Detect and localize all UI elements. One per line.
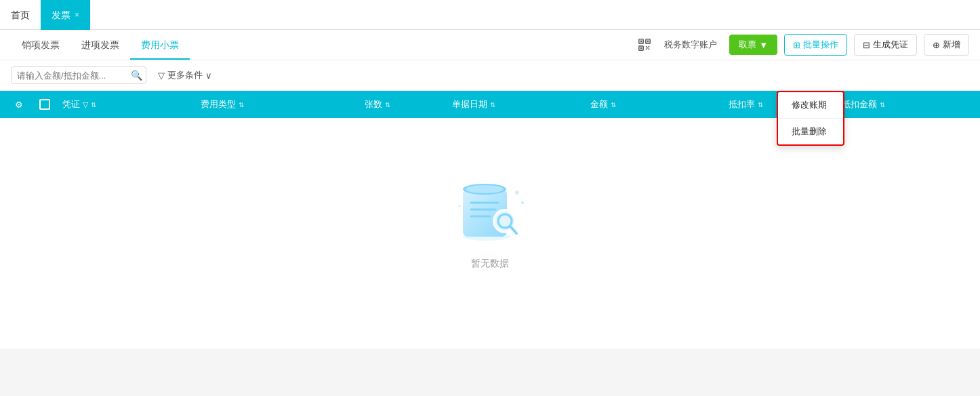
take-invoice-button[interactable]: 取票 ▼ [729, 35, 777, 55]
th-deduct-rate-label: 抵扣率 [729, 98, 755, 111]
batch-op-wrapper: ⊞ 批量操作 [784, 34, 847, 56]
filter-button[interactable]: ▽ 更多条件 ∨ [152, 66, 218, 85]
add-label: 新增 [943, 39, 960, 51]
svg-rect-11 [647, 47, 649, 49]
amount-sort-icon[interactable]: ⇅ [611, 101, 616, 108]
batch-op-label: 批量操作 [803, 39, 838, 51]
chevron-down-icon: ∨ [205, 71, 212, 81]
right-toolbar: 税务数字账户 取票 ▼ ⊞ 批量操作 ⊟ 生成凭证 ⊕ 新增 [637, 34, 969, 56]
close-icon[interactable]: × [75, 0, 79, 30]
svg-point-26 [458, 205, 461, 207]
svg-rect-10 [649, 49, 650, 50]
invoice-tab[interactable]: 发票 × [41, 0, 90, 30]
home-tab[interactable]: 首页 [0, 0, 41, 30]
top-nav: 首页 发票 × [0, 0, 980, 30]
tax-account-button[interactable]: 税务数字账户 [659, 36, 722, 54]
svg-rect-5 [640, 47, 642, 50]
svg-point-25 [521, 201, 524, 204]
th-voucher-label: 凭证 [62, 98, 80, 111]
svg-rect-9 [646, 49, 647, 50]
th-count-label: 张数 [365, 98, 382, 111]
empty-state-text: 暂无数据 [471, 258, 509, 270]
sub-tabs: 销项发票 进项发票 费用小票 [0, 30, 637, 60]
svg-rect-3 [640, 41, 642, 43]
count-sort-icon[interactable]: ⇅ [385, 101, 390, 108]
th-amount: 金额 ⇅ [585, 98, 723, 111]
tab-expense[interactable]: 费用小票 [130, 30, 190, 60]
add-icon: ⊕ [933, 40, 940, 50]
th-date-label: 单据日期 [452, 98, 487, 111]
dropdown-item-batch-delete[interactable]: 批量删除 [778, 118, 843, 144]
batch-dropdown-menu: 修改账期 批量删除 [777, 91, 844, 146]
th-check[interactable] [33, 99, 57, 110]
th-count: 张数 ⇅ [359, 98, 447, 111]
add-button[interactable]: ⊕ 新增 [924, 34, 969, 56]
tab-purchase[interactable]: 进项发票 [70, 30, 130, 60]
th-date: 单据日期 ⇅ [447, 98, 585, 111]
qr-icon-button[interactable] [637, 37, 652, 52]
dropdown-arrow-icon: ▼ [759, 40, 768, 50]
batch-op-icon: ⊞ [793, 40, 800, 50]
checkbox-icon[interactable] [39, 99, 50, 110]
take-invoice-label: 取票 [739, 39, 756, 51]
dropdown-item-modify-period[interactable]: 修改账期 [778, 92, 843, 118]
empty-state: 暂无数据 [0, 118, 980, 324]
search-input[interactable] [17, 71, 131, 81]
search-filter-bar: 🔍 ▽ 更多条件 ∨ [0, 60, 980, 91]
th-deduct-amount: 抵扣金额 ⇅ [836, 98, 975, 111]
voucher-filter-icon[interactable]: ▽ [83, 100, 88, 109]
th-expense-type-label: 费用类型 [201, 98, 236, 111]
gear-icon[interactable]: ⚙ [15, 100, 23, 110]
generate-voucher-button[interactable]: ⊟ 生成凭证 [854, 34, 917, 56]
deduct-rate-sort-icon[interactable]: ⇅ [758, 101, 763, 108]
generate-label: 生成凭证 [873, 39, 908, 51]
toolbar-left: 🔍 ▽ 更多条件 ∨ [11, 66, 218, 85]
search-input-wrap[interactable]: 🔍 [11, 66, 146, 84]
th-voucher: 凭证 ▽ ⇅ [57, 98, 195, 111]
date-sort-icon[interactable]: ⇅ [490, 101, 495, 108]
svg-point-16 [466, 185, 504, 193]
th-deduct-amount-label: 抵扣金额 [842, 98, 877, 111]
th-amount-label: 金额 [590, 98, 608, 111]
svg-point-24 [515, 191, 519, 195]
svg-rect-8 [649, 46, 650, 47]
expense-type-sort-icon[interactable]: ⇅ [239, 101, 244, 108]
generate-icon: ⊟ [863, 40, 870, 50]
filter-icon: ▽ [158, 71, 165, 81]
deduct-amount-sort-icon[interactable]: ⇅ [880, 101, 885, 108]
invoice-tab-label: 发票 [52, 0, 70, 30]
tab-sales[interactable]: 销项发票 [11, 30, 70, 60]
th-gear[interactable]: ⚙ [5, 100, 33, 110]
svg-rect-4 [647, 41, 649, 43]
th-expense-type: 费用类型 ⇅ [195, 98, 359, 111]
svg-rect-7 [646, 46, 647, 47]
batch-operation-button[interactable]: ⊞ 批量操作 [784, 34, 847, 56]
filter-label: 更多条件 [167, 69, 203, 81]
voucher-sort-icon[interactable]: ⇅ [91, 101, 96, 108]
search-icon[interactable]: 🔍 [131, 70, 142, 81]
